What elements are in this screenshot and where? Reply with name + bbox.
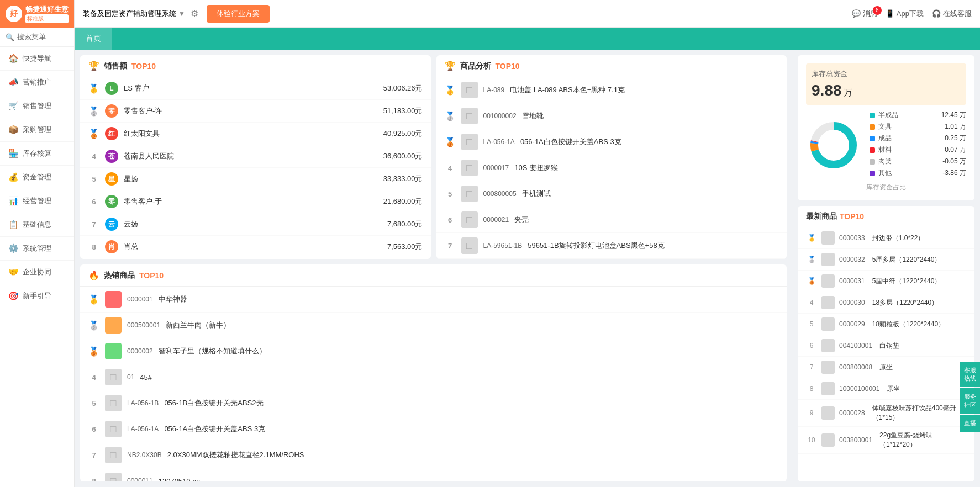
sidebar-item-marketing[interactable]: 📣 营销推广 xyxy=(0,71,74,94)
avatar: 肖 xyxy=(105,240,118,253)
list-item: 10 003800001 22g鱼豆腐-烧烤味（1*12*20） xyxy=(798,427,974,454)
product-image xyxy=(821,296,835,309)
list-item: 🥇 □ LA-089 电池盖 LA-089 ABS本色+黑种 7.1克 xyxy=(436,77,787,103)
legend-dot xyxy=(870,136,875,141)
service-community-button[interactable]: 服务社区 xyxy=(960,388,980,414)
product-image: □ xyxy=(105,473,122,481)
medal-icon: 🥈 xyxy=(445,111,456,121)
sidebar-item-basic-info[interactable]: 📋 基础信息 xyxy=(0,213,74,237)
marketing-icon: 📣 xyxy=(8,77,18,87)
inventory-card: 库存总资金 9.88 万 xyxy=(798,55,974,200)
product-image xyxy=(821,274,835,288)
list-item: 🥉 □ LA-056-1A 056-1A白色按键开关盖ABS 3克 xyxy=(436,129,787,155)
sidebar-item-operations[interactable]: 📊 经营管理 xyxy=(0,189,74,213)
search-menu-button[interactable]: 🔍 搜索菜单 xyxy=(6,32,69,42)
avatar: 红 xyxy=(105,127,118,140)
guide-icon: 🎯 xyxy=(8,291,18,301)
message-icon: 💬 xyxy=(852,9,861,18)
chevron-down-icon: ▼ xyxy=(178,10,185,18)
list-item: 6 □ LA-056-1A 056-1A白色按键开关盖ABS 3克 xyxy=(80,416,787,442)
hot-icon: 🔥 xyxy=(88,270,99,280)
legend-item: 材料 0.07 万 xyxy=(870,145,966,155)
list-item: 8 □ 0000011 12070519-xs xyxy=(80,468,787,481)
medal-icon: 🥉 xyxy=(88,129,99,139)
system-title: 装备及固定资产辅助管理系统 xyxy=(83,9,176,19)
sidebar-item-inventory[interactable]: 🏪 库存核算 xyxy=(0,142,74,166)
legend-dot xyxy=(870,159,875,165)
sidebar-item-quick-nav[interactable]: 🏠 快捷导航 xyxy=(0,47,74,71)
collaboration-icon: 🤝 xyxy=(8,267,18,277)
trophy-icon: 🏆 xyxy=(88,61,99,71)
product-image xyxy=(105,291,122,308)
medal-icon: 🥇 xyxy=(445,85,456,96)
legend-item: 肉类 -0.05 万 xyxy=(870,157,966,166)
trial-button[interactable]: 体验行业方案 xyxy=(207,5,270,23)
sidebar-item-sales[interactable]: 🛒 销售管理 xyxy=(0,94,74,118)
floating-service: 客服热线 服务社区 直播 xyxy=(960,362,980,432)
sidebar-item-system[interactable]: ⚙️ 系统管理 xyxy=(0,237,74,261)
customer-service-hotline-button[interactable]: 客服热线 xyxy=(960,362,980,387)
avatar: 苍 xyxy=(105,150,118,163)
inventory-legend: 半成品 12.45 万 文具 1.01 万 成品 0.25 万 xyxy=(870,110,966,180)
list-item: 5 □ LA-056-1B 056-1B白色按键开关壳ABS2壳 xyxy=(80,390,787,416)
legend-item: 成品 0.25 万 xyxy=(870,134,966,143)
product-image xyxy=(821,253,835,266)
list-item: 4 0000030 18多层（1220*2440） xyxy=(798,292,974,314)
medal-icon: 🥈 xyxy=(806,256,817,263)
purchase-icon: 📦 xyxy=(8,125,18,135)
customer-ranking-list: 🥇 L LS 客户 53,006.26元 🥈 零 零售客户-许 51,183.0… xyxy=(80,77,431,258)
customer-ranking-header: 🏆 销售额 TOP10 xyxy=(80,55,431,77)
legend-item: 半成品 12.45 万 xyxy=(870,110,966,120)
medal-icon: 🥇 xyxy=(806,234,817,242)
hot-products-header: 🔥 热销商品 TOP10 xyxy=(80,264,787,287)
product-image: □ xyxy=(461,160,478,176)
legend-item: 文具 1.01 万 xyxy=(870,122,966,131)
gear-icon[interactable]: ⚙ xyxy=(191,8,198,19)
product-image: □ xyxy=(461,237,478,254)
medal-icon: 🥇 xyxy=(88,294,99,305)
sidebar-item-guide[interactable]: 🎯 新手引导 xyxy=(0,284,74,308)
topbar-right: 💬 6 消息 📱 App下载 🎧 在线客服 xyxy=(852,9,972,19)
product-image: □ xyxy=(461,108,478,124)
inventory-total-section: 库存总资金 9.88 万 xyxy=(806,63,966,105)
medal-icon: 🥉 xyxy=(806,277,817,285)
product-image xyxy=(821,339,835,352)
online-service-button[interactable]: 🎧 在线客服 xyxy=(932,9,972,19)
inventory-donut-chart xyxy=(806,118,861,173)
product-image xyxy=(821,231,835,245)
sidebar-item-collaboration[interactable]: 🤝 企业协同 xyxy=(0,261,74,284)
legend-dot xyxy=(870,113,875,118)
logo-icon: 好 xyxy=(6,6,22,22)
logo-text: 畅捷通好生意 标准版 xyxy=(25,4,69,23)
sidebar-search-section[interactable]: 🔍 搜索菜单 xyxy=(0,28,74,47)
list-item: 5 0000029 18颗粒板（1220*2440） xyxy=(798,314,974,335)
hot-products-list: 🥇 0000001 中华神器 🥈 000500001 新西兰牛肉（新牛） 🥉 xyxy=(80,287,787,481)
list-item: 8 10000100001 原坐 xyxy=(798,378,974,400)
medal-icon: 🥉 xyxy=(445,137,456,147)
medal-icon: 🥉 xyxy=(88,346,99,357)
avatar: 星 xyxy=(105,172,118,186)
operations-icon: 📊 xyxy=(8,196,18,206)
list-item: 7 □ LA-59651-1B 59651-1B旋转投影灯电池盒ABS黑色+58… xyxy=(436,233,787,259)
table-row: 🥇 L LS 客户 53,006.26元 xyxy=(80,77,431,100)
content-area: 🏆 销售额 TOP10 🥇 L LS 客户 53,006.26元 🥈 xyxy=(75,50,980,487)
right-panel: 库存总资金 9.88 万 xyxy=(792,50,980,487)
sidebar-item-finance[interactable]: 💰 资金管理 xyxy=(0,166,74,189)
customer-ranking-card: 🏆 销售额 TOP10 🥇 L LS 客户 53,006.26元 🥈 xyxy=(80,55,431,259)
product-image: □ xyxy=(105,421,122,437)
product-image xyxy=(105,317,122,334)
messages-button[interactable]: 💬 6 消息 xyxy=(852,9,877,19)
list-item: 🥈 000500001 新西兰牛肉（新牛） xyxy=(80,313,787,338)
latest-products-list: 🥇 0000033 封边带（1.0*22） 🥈 0000032 5厘多层（122… xyxy=(798,227,974,454)
product-image: □ xyxy=(461,211,478,228)
system-selector[interactable]: 装备及固定资产辅助管理系统 ▼ xyxy=(83,9,185,19)
tab-home[interactable]: 首页 xyxy=(75,28,112,50)
sidebar-item-purchase[interactable]: 📦 采购管理 xyxy=(0,118,74,142)
avatar: 零 xyxy=(105,104,118,118)
hot-products-right-header: 🏆 商品分析 TOP10 xyxy=(436,55,787,77)
table-row: 🥉 红 红太阳文具 40,925.00元 xyxy=(80,123,431,145)
table-row: 7 云 云扬 7,680.00元 xyxy=(80,213,431,236)
live-stream-button[interactable]: 直播 xyxy=(960,415,980,432)
app-download-button[interactable]: 📱 App下载 xyxy=(886,9,924,19)
list-item: 7 000800008 原坐 xyxy=(798,357,974,378)
